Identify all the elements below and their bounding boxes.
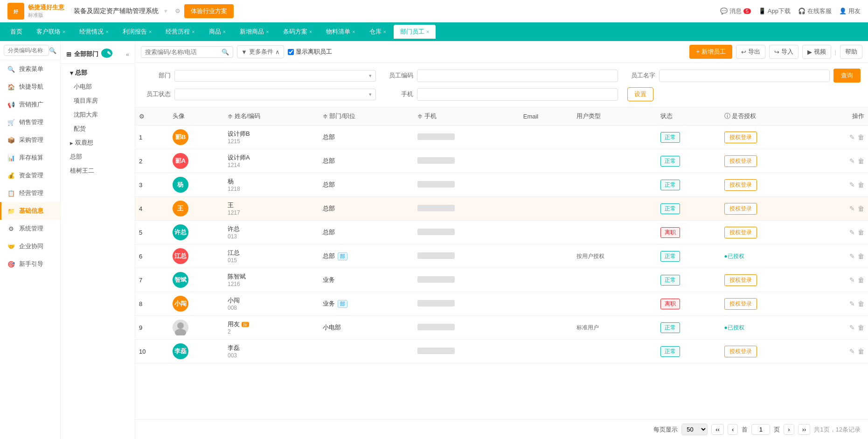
col-dept[interactable]: ≑ 部门/职位 <box>319 107 414 125</box>
user-avatar[interactable]: 👤 用友 <box>839 7 861 15</box>
col-phone[interactable]: ≑ 手机 <box>414 107 520 125</box>
delete-btn[interactable]: 🗑 <box>858 205 864 212</box>
dept-item-zongbu[interactable]: 总部 <box>61 150 135 164</box>
page-number-input[interactable] <box>751 424 770 435</box>
close-icon[interactable]: × <box>62 29 65 35</box>
sidebar-item-collab[interactable]: 🤝 企业协同 <box>0 237 60 255</box>
authorize-btn[interactable]: 授权登录 <box>724 346 757 357</box>
dept-group-title-zongbu[interactable]: ▾ 总部 <box>64 66 135 80</box>
tab-home[interactable]: 首页 <box>4 25 29 39</box>
sidebar-item-sales[interactable]: 🛒 销售管理 <box>0 113 60 131</box>
delete-btn[interactable]: 🗑 <box>858 324 864 331</box>
delete-btn[interactable]: 🗑 <box>858 181 864 188</box>
close-icon[interactable]: × <box>266 29 269 35</box>
phone-input[interactable] <box>417 88 618 101</box>
close-icon[interactable]: × <box>309 29 312 35</box>
edit-dept-btn[interactable]: ✎ <box>101 49 112 58</box>
close-icon[interactable]: × <box>105 29 108 35</box>
delete-btn[interactable]: 🗑 <box>858 157 864 165</box>
authorize-btn[interactable]: 授权登录 <box>724 179 757 191</box>
close-icon[interactable]: × <box>383 29 386 35</box>
dept-item-kufang[interactable]: 项目库房 <box>64 94 135 108</box>
export-btn[interactable]: ↩ 导出 <box>736 45 765 59</box>
more-filter-btn[interactable]: ▼ 更多条件 ∧ <box>237 45 284 58</box>
emp-name-input[interactable] <box>659 70 830 82</box>
dept-filter-select[interactable] <box>174 70 376 82</box>
emp-code-input[interactable] <box>417 70 618 82</box>
dept-item-peihuo[interactable]: 配货 <box>64 122 135 136</box>
col-name[interactable]: ≑ 姓名/编码 <box>224 107 319 125</box>
edit-btn[interactable]: ✎ <box>849 276 855 284</box>
sidebar-item-quicknav[interactable]: 🏠 快捷导航 <box>0 78 60 96</box>
sidebar-item-guide[interactable]: 🎯 新手引导 <box>0 255 60 273</box>
edit-btn[interactable]: ✎ <box>849 324 855 331</box>
close-icon[interactable]: × <box>426 29 429 35</box>
system-dropdown-icon[interactable]: ▾ <box>164 7 167 14</box>
edit-btn[interactable]: ✎ <box>849 205 855 212</box>
delete-btn[interactable]: 🗑 <box>858 300 864 307</box>
edit-btn[interactable]: ✎ <box>849 348 855 355</box>
delete-btn[interactable]: 🗑 <box>858 133 864 141</box>
edit-btn[interactable]: ✎ <box>849 181 855 188</box>
video-btn[interactable]: ▶ 视频 <box>802 45 831 59</box>
app-download-btn[interactable]: 📱 App下载 <box>758 7 791 15</box>
edit-btn[interactable]: ✎ <box>849 157 855 165</box>
delete-btn[interactable]: 🗑 <box>858 229 864 236</box>
tab-operation[interactable]: 经营情况 × <box>73 25 115 39</box>
tab-employee[interactable]: 部门员工 × <box>394 25 436 39</box>
sidebar-item-basic[interactable]: 📁 基础信息 <box>0 202 60 220</box>
message-btn[interactable]: 💬 消息 5 <box>720 7 751 15</box>
authorize-btn[interactable]: 授权登录 <box>724 298 757 310</box>
last-page-btn[interactable]: ›› <box>798 424 811 435</box>
edit-btn[interactable]: ✎ <box>849 300 855 307</box>
settings-icon[interactable]: ⚙ <box>175 7 181 14</box>
search-input[interactable] <box>145 49 220 56</box>
dept-item-zhishuwanger[interactable]: 植树王二 <box>61 164 135 178</box>
close-icon[interactable]: × <box>149 29 152 35</box>
authorize-btn[interactable]: 授权登录 <box>724 274 757 286</box>
sidebar-item-marketing[interactable]: 📢 营销推广 <box>0 96 60 113</box>
dept-item-shenyang[interactable]: 沈阳大库 <box>64 108 135 122</box>
tab-profit[interactable]: 利润报告 × <box>116 25 158 39</box>
tab-warehouse[interactable]: 仓库 × <box>363 25 393 39</box>
close-icon[interactable]: × <box>192 29 194 35</box>
show-resigned-input[interactable] <box>288 49 294 55</box>
sidebar-item-system[interactable]: ⚙ 系统管理 <box>0 220 60 237</box>
prev-page-btn[interactable]: ‹ <box>728 424 738 435</box>
tab-process[interactable]: 经营历程 × <box>159 25 201 39</box>
sidebar-item-finance[interactable]: 💰 资金管理 <box>0 167 60 184</box>
authorize-btn[interactable]: 授权登录 <box>724 227 757 238</box>
help-btn[interactable]: 帮助 <box>840 45 862 59</box>
collapse-tree-btn[interactable]: « <box>126 51 129 58</box>
delete-btn[interactable]: 🗑 <box>858 276 864 284</box>
trial-button[interactable]: 体验行业方案 <box>184 4 234 18</box>
sidebar-search-input[interactable] <box>4 45 49 56</box>
first-page-btn[interactable]: ‹‹ <box>711 424 724 435</box>
query-btn[interactable]: 查询 <box>833 69 861 83</box>
set-btn[interactable]: 设置 <box>627 87 653 101</box>
col-settings[interactable]: ⚙ <box>135 107 169 125</box>
edit-btn[interactable]: ✎ <box>849 133 855 141</box>
sidebar-item-management[interactable]: 📋 经营管理 <box>0 184 60 202</box>
tab-bom[interactable]: 物料清单 × <box>319 25 361 39</box>
sidebar-item-purchase[interactable]: 📦 采购管理 <box>0 131 60 149</box>
tab-customer[interactable]: 客户联络 × <box>30 25 72 39</box>
online-support-btn[interactable]: 🎧 在线客服 <box>798 7 832 15</box>
emp-status-select[interactable] <box>174 89 376 100</box>
all-dept-label[interactable]: 全部部门 <box>74 50 98 58</box>
tab-barcode[interactable]: 条码方案 × <box>277 25 319 39</box>
delete-btn[interactable]: 🗑 <box>858 348 864 355</box>
per-page-select[interactable]: 50 100 200 <box>681 424 708 435</box>
tab-new-product[interactable]: 新增商品 × <box>233 25 275 39</box>
edit-btn[interactable]: ✎ <box>849 229 855 236</box>
delete-btn[interactable]: 🗑 <box>858 252 864 260</box>
sidebar-item-search[interactable]: 🔍 搜索菜单 <box>0 60 60 78</box>
dept-item-xiaodibu[interactable]: 小电部 <box>64 80 135 94</box>
next-page-btn[interactable]: › <box>784 424 794 435</box>
close-icon[interactable]: × <box>352 29 355 35</box>
close-icon[interactable]: × <box>223 29 226 35</box>
authorize-btn[interactable]: 授权登录 <box>724 203 757 215</box>
add-employee-btn[interactable]: + 新增员工 <box>689 45 732 59</box>
sidebar-item-inventory[interactable]: 📊 库存核算 <box>0 149 60 167</box>
edit-btn[interactable]: ✎ <box>849 252 855 260</box>
